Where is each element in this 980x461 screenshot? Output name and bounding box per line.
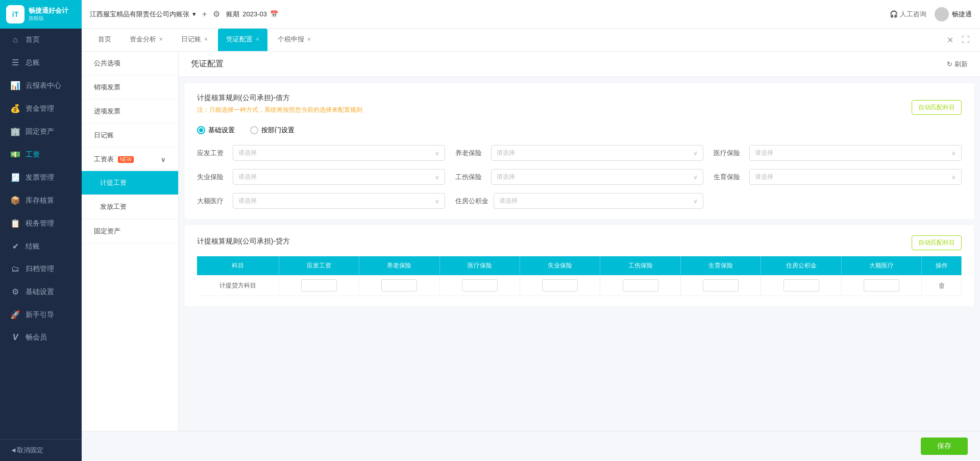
reports-icon: 📊 [10, 81, 20, 90]
field-major-medical: 大额医疗 请选择 ∨ [197, 193, 445, 209]
medical-placeholder: 请选择 [755, 149, 773, 157]
logo-area[interactable]: iT 畅捷通好会计 旗舰版 [0, 0, 82, 29]
sidebar-item-funds[interactable]: 💰 资金管理 [0, 97, 82, 120]
funds-icon: 💰 [10, 104, 20, 113]
main-area: 江西服宝精品有限责任公司内账张 ▾ + ⚙ 账期 2023-03 📅 🎧 人工咨… [82, 0, 980, 461]
input-medical[interactable] [462, 279, 498, 292]
sidebar-item-closing[interactable]: ✔ 结账 [0, 235, 82, 258]
radio-dept-label: 按部门设置 [261, 126, 295, 135]
save-button[interactable]: 保存 [921, 438, 968, 455]
sidebar-label-guide: 新手引导 [26, 310, 54, 320]
input-maternity[interactable] [703, 279, 739, 292]
sidebar-item-reports[interactable]: 📊 云报表中心 [0, 74, 82, 97]
new-badge: NEW [118, 156, 134, 163]
tax-icon: 📋 [10, 219, 20, 228]
sidebar-label-ledger: 总账 [26, 58, 40, 67]
tab-close-all[interactable]: ✕ [945, 33, 955, 47]
field-pension: 养老保险 请选择 ∨ [455, 145, 703, 161]
menu-salary-payment[interactable]: 发放工资 [82, 195, 178, 219]
menu-journal[interactable]: 日记账 [82, 124, 178, 148]
housing-fund-arrow: ∨ [693, 198, 698, 205]
add-button[interactable]: + [202, 10, 207, 19]
gross-salary-arrow: ∨ [435, 150, 439, 157]
field-gross-salary: 应发工资 请选择 ∨ [197, 145, 445, 161]
sidebar-label-inventory: 库存核算 [26, 196, 54, 205]
input-gross[interactable] [301, 279, 337, 292]
calendar-icon[interactable]: 📅 [270, 10, 278, 18]
tab-funds[interactable]: 资金分析 × [121, 29, 171, 51]
user-area[interactable]: 畅捷通 [935, 7, 972, 21]
settings-button[interactable]: ⚙ [213, 9, 220, 19]
radio-basic[interactable]: 基础设置 [197, 126, 235, 135]
maternity-select[interactable]: 请选择 ∨ [749, 169, 962, 185]
left-panel: 公共选项 销项发票 进项发票 日记账 工资表 NEW ∨ [82, 52, 179, 461]
medical-select[interactable]: 请选择 ∨ [749, 145, 962, 161]
menu-public[interactable]: 公共选项 [82, 52, 178, 76]
tab-voucher[interactable]: 凭证配置 × [218, 29, 267, 51]
sidebar-label-settings: 基础设置 [26, 287, 54, 297]
tab-home[interactable]: 首页 [90, 29, 119, 51]
field-unemployment: 失业保险 请选择 ∨ [197, 169, 445, 185]
maternity-arrow: ∨ [951, 174, 956, 181]
tab-funds-close[interactable]: × [159, 36, 163, 43]
sidebar-item-member[interactable]: V 畅会员 [0, 326, 82, 349]
input-pension[interactable] [381, 279, 417, 292]
menu-sales-invoice[interactable]: 销项发票 [82, 76, 178, 100]
content-area: 公共选项 销项发票 进项发票 日记账 工资表 NEW ∨ [82, 52, 980, 461]
input-injury[interactable] [623, 279, 658, 292]
row-pension [359, 275, 439, 296]
tab-tax[interactable]: 个税申报 × [270, 29, 319, 51]
debit-title-area: 计提核算规则(公司承担)-借方 注：只能选择一种方式，系统将按照您当前的选择来配… [197, 93, 362, 122]
th-injury: 工伤保险 [600, 256, 680, 275]
tab-journal[interactable]: 日记账 × [173, 29, 216, 51]
sidebar-item-salary[interactable]: 💵 工资 [0, 143, 82, 166]
topbar-right: 🎧 人工咨询 畅捷通 [890, 7, 972, 21]
menu-salary-provision[interactable]: 计提工资 [82, 171, 178, 195]
menu-fixed-assets[interactable]: 固定资产 [82, 220, 178, 244]
company-selector[interactable]: 江西服宝精品有限责任公司内账张 ▾ [90, 10, 196, 19]
sidebar-item-archive[interactable]: 🗂 归档管理 [0, 258, 82, 280]
service-button[interactable]: 🎧 人工咨询 [890, 10, 926, 19]
table-row: 计提贷方科目 🗑 [197, 275, 962, 296]
period-value: 2023-03 [242, 10, 267, 18]
sidebar-item-guide[interactable]: 🚀 新手引导 [0, 303, 82, 326]
input-housing[interactable] [783, 279, 819, 292]
tab-journal-close[interactable]: × [204, 36, 208, 43]
sidebar-item-tax[interactable]: 📋 税务管理 [0, 212, 82, 235]
sidebar-item-invoice[interactable]: 🧾 发票管理 [0, 166, 82, 189]
housing-fund-placeholder: 请选择 [499, 197, 518, 205]
injury-select[interactable]: 请选择 ∨ [491, 169, 703, 185]
tab-expand[interactable]: ⛶ [960, 33, 972, 47]
period-label: 账期 [226, 10, 239, 19]
menu-purchase-invoice[interactable]: 进项发票 [82, 100, 178, 124]
sidebar-item-home[interactable]: ⌂ 首页 [0, 29, 82, 51]
sidebar-item-ledger[interactable]: ☰ 总账 [0, 51, 82, 74]
major-medical-label: 大额医疗 [197, 197, 228, 206]
refresh-button[interactable]: ↻ 刷新 [947, 60, 968, 69]
pension-select[interactable]: 请选择 ∨ [491, 145, 703, 161]
major-medical-select[interactable]: 请选择 ∨ [233, 193, 445, 209]
sidebar-item-assets[interactable]: 🏢 固定资产 [0, 120, 82, 143]
radio-dept[interactable]: 按部门设置 [250, 126, 295, 135]
salary-icon: 💵 [10, 150, 20, 159]
sidebar-label-assets: 固定资产 [26, 127, 54, 136]
tab-voucher-close[interactable]: × [256, 36, 259, 43]
row-major-medical [841, 275, 921, 296]
menu-salary-group-header[interactable]: 工资表 NEW ∨ [82, 148, 178, 171]
sidebar-item-settings[interactable]: ⚙ 基础设置 [0, 280, 82, 303]
archive-icon: 🗂 [10, 264, 20, 274]
input-unemployment[interactable] [542, 279, 578, 292]
delete-row-button[interactable]: 🗑 [938, 281, 945, 289]
maternity-label: 生育保险 [714, 173, 744, 182]
home-icon: ⌂ [10, 35, 20, 44]
gross-salary-select[interactable]: 请选择 ∨ [233, 145, 445, 161]
pension-label: 养老保险 [455, 149, 486, 158]
housing-fund-select[interactable]: 请选择 ∨ [494, 193, 703, 209]
credit-auto-match-button[interactable]: 自动匹配科目 [912, 235, 962, 250]
debit-auto-match-button[interactable]: 自动匹配科目 [912, 100, 962, 115]
sidebar-unpin[interactable]: ◄取消固定 [0, 439, 82, 461]
sidebar-item-inventory[interactable]: 📦 库存核算 [0, 189, 82, 212]
tab-tax-close[interactable]: × [307, 36, 311, 43]
unemployment-select[interactable]: 请选择 ∨ [233, 169, 445, 185]
input-major-medical[interactable] [864, 279, 899, 292]
